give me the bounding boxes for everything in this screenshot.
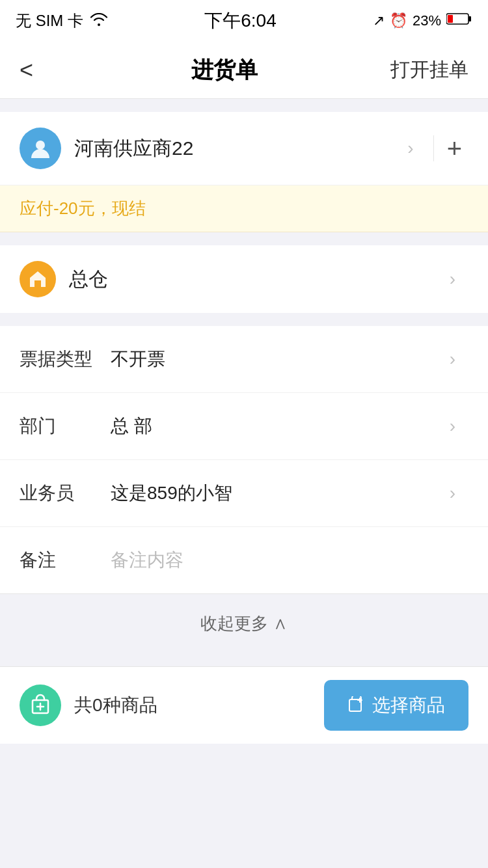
gap-4 — [0, 653, 488, 666]
department-row[interactable]: 部门 总 部 › — [0, 393, 488, 460]
add-supplier-button[interactable]: + — [441, 134, 468, 163]
svg-rect-4 — [34, 280, 41, 287]
location-icon: ↗ — [373, 12, 385, 29]
battery-text: 23% — [413, 12, 441, 29]
salesman-value: 这是859的小智 — [98, 481, 450, 506]
alarm-icon: ⏰ — [390, 12, 407, 29]
select-product-button[interactable]: 选择商品 — [324, 680, 468, 731]
warehouse-icon — [20, 261, 56, 297]
page-title: 进货单 — [191, 55, 258, 85]
remark-row: 备注 备注内容 — [0, 527, 488, 593]
invoice-type-label: 票据类型 — [20, 347, 98, 372]
department-value: 总 部 — [98, 414, 450, 439]
svg-point-3 — [36, 141, 45, 150]
supplier-card: 河南供应商22 › + 应付-20元，现结 — [0, 112, 488, 232]
invoice-type-value: 不开票 — [98, 347, 450, 372]
notice-bar: 应付-20元，现结 — [0, 185, 488, 232]
remark-input[interactable]: 备注内容 — [98, 548, 468, 573]
signal-text: 无 SIM 卡 — [16, 10, 83, 31]
status-right: ↗ ⏰ 23% — [373, 12, 472, 29]
wifi-icon — [90, 12, 108, 30]
product-bar: 共0种商品 选择商品 — [0, 666, 488, 744]
back-button[interactable]: < — [20, 57, 59, 84]
warehouse-name: 总仓 — [69, 266, 450, 293]
department-label: 部门 — [20, 414, 98, 439]
collapse-button[interactable]: 收起更多 ∧ — [0, 593, 488, 653]
status-left: 无 SIM 卡 — [16, 10, 108, 31]
product-count: 共0种商品 — [74, 693, 324, 718]
battery-icon — [446, 12, 472, 29]
gap-2 — [0, 232, 488, 245]
invoice-chevron-icon: › — [450, 349, 455, 370]
nav-bar: < 进货单 打开挂单 — [0, 42, 488, 99]
open-pending-button[interactable]: 打开挂单 — [390, 57, 468, 83]
status-bar: 无 SIM 卡 下午6:04 ↗ ⏰ 23% — [0, 0, 488, 42]
svg-rect-2 — [448, 15, 453, 23]
gap-3 — [0, 313, 488, 326]
salesman-label: 业务员 — [20, 481, 98, 506]
department-chevron-icon: › — [450, 416, 455, 437]
status-time: 下午6:04 — [204, 8, 277, 33]
invoice-type-row[interactable]: 票据类型 不开票 › — [0, 326, 488, 393]
background-filler — [0, 744, 488, 868]
divider — [433, 135, 434, 161]
supplier-chevron-icon: › — [407, 138, 413, 159]
remark-label: 备注 — [20, 548, 98, 573]
supplier-avatar — [20, 128, 61, 169]
supplier-name[interactable]: 河南供应商22 — [74, 135, 407, 162]
form-card: 票据类型 不开票 › 部门 总 部 › 业务员 这是859的小智 › 备注 备注… — [0, 326, 488, 593]
supplier-row: 河南供应商22 › + — [0, 112, 488, 185]
warehouse-card: 总仓 › — [0, 245, 488, 313]
product-icon-wrap — [20, 685, 61, 726]
warehouse-chevron-icon: › — [450, 269, 455, 290]
select-product-label: 选择商品 — [372, 693, 445, 718]
salesman-row[interactable]: 业务员 这是859的小智 › — [0, 460, 488, 527]
svg-rect-1 — [468, 16, 471, 21]
salesman-chevron-icon: › — [450, 483, 455, 504]
gap-1 — [0, 99, 488, 112]
warehouse-row[interactable]: 总仓 › — [0, 245, 488, 313]
